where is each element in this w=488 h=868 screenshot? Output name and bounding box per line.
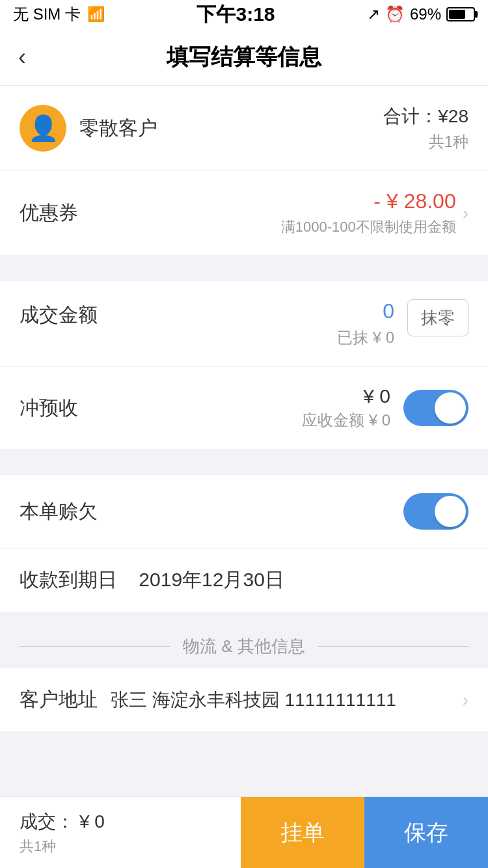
avatar: 👤 <box>20 105 66 152</box>
logistics-line-right <box>318 646 468 647</box>
logistics-section-header: 物流 & 其他信息 <box>0 625 488 668</box>
location-icon: ↗ <box>367 5 380 23</box>
status-bar: 无 SIM 卡 📶 下午3:18 ↗ ⏰ 69% <box>0 0 488 29</box>
debt-toggle-knob <box>435 496 466 527</box>
battery-fill <box>449 10 465 19</box>
bottom-deal-label: 成交： <box>20 809 74 834</box>
precollect-main-amount: ¥ 0 <box>302 385 390 407</box>
content: 👤 零散客户 合计：¥28 共1种 优惠券 - ¥ 28.00 满1000-10… <box>0 86 488 822</box>
alarm-icon: ⏰ <box>385 5 405 23</box>
coupon-label: 优惠券 <box>20 200 78 226</box>
status-right: ↗ ⏰ 69% <box>367 5 475 23</box>
coupon-chevron-icon: › <box>463 203 468 224</box>
carrier-label: 无 SIM 卡 <box>13 4 81 25</box>
total-amount: 合计：¥28 <box>383 104 468 129</box>
battery-icon <box>446 7 475 21</box>
logistics-title: 物流 & 其他信息 <box>183 635 305 658</box>
bottom-summary: 成交： ¥ 0 共1种 <box>0 809 241 856</box>
amount-input-area: 0 已抹 ¥ 0 <box>337 299 394 348</box>
bottom-deal-amount: ¥ 0 <box>79 811 105 832</box>
precollect-amounts: ¥ 0 应收金额 ¥ 0 <box>302 385 390 431</box>
due-date-value: 2019年12月30日 <box>139 569 284 590</box>
back-button[interactable]: ‹ <box>18 44 26 71</box>
coupon-desc: 满1000-100不限制使用金额 <box>281 217 456 237</box>
avatar-icon: 👤 <box>28 114 59 142</box>
transaction-label: 成交金额 <box>20 299 98 329</box>
transaction-right: 0 已抹 ¥ 0 抹零 <box>337 299 468 348</box>
logistics-header-line: 物流 & 其他信息 <box>20 635 468 658</box>
hold-button[interactable]: 挂单 <box>241 797 364 869</box>
logistics-line-left <box>20 646 170 647</box>
customer-right: 合计：¥28 共1种 <box>383 104 468 152</box>
bottom-count: 共1种 <box>20 837 221 856</box>
address-label: 客户地址 <box>20 686 98 713</box>
wifi-icon: 📶 <box>87 6 105 23</box>
bottom-bar: 成交： ¥ 0 共1种 挂单 保存 <box>0 796 488 868</box>
precollect-toggle[interactable] <box>403 390 468 426</box>
transaction-amount[interactable]: 0 <box>337 299 394 323</box>
customer-row: 👤 零散客户 合计：¥28 共1种 <box>0 86 488 170</box>
transaction-section: 成交金额 0 已抹 ¥ 0 抹零 冲预收 ¥ 0 应收金额 ¥ 0 <box>0 281 488 449</box>
precollect-row: 冲预收 ¥ 0 应收金额 ¥ 0 <box>0 366 488 449</box>
toggle-knob <box>435 392 466 424</box>
address-value: 张三 海淀永丰科技园 11111111111 <box>111 688 463 712</box>
address-chevron-icon: › <box>463 690 468 711</box>
divider-2 <box>0 462 488 475</box>
debt-row: 本单赊欠 <box>0 475 488 548</box>
precollect-right: ¥ 0 应收金额 ¥ 0 <box>302 385 468 431</box>
precollect-label: 冲预收 <box>20 395 78 422</box>
customer-section: 👤 零散客户 合计：¥28 共1种 优惠券 - ¥ 28.00 满1000-10… <box>0 86 488 255</box>
battery-label: 69% <box>410 5 441 23</box>
coupon-value: - ¥ 28.00 <box>281 189 456 213</box>
customer-name: 零散客户 <box>79 115 157 142</box>
debt-toggle[interactable] <box>403 493 468 530</box>
nav-bar: ‹ 填写结算等信息 <box>0 29 488 86</box>
round-button[interactable]: 抹零 <box>407 299 468 336</box>
bottom-deal-row: 成交： ¥ 0 <box>20 809 221 834</box>
customer-left: 👤 零散客户 <box>20 105 157 152</box>
address-row[interactable]: 客户地址 张三 海淀永丰科技园 11111111111 › <box>0 668 488 731</box>
page-title: 填写结算等信息 <box>167 42 321 72</box>
coupon-right: - ¥ 28.00 满1000-100不限制使用金额 <box>281 189 456 237</box>
address-section: 客户地址 张三 海淀永丰科技园 11111111111 › <box>0 668 488 731</box>
due-date-label: 收款到期日 2019年12月30日 <box>20 569 284 590</box>
status-time: 下午3:18 <box>197 1 275 28</box>
transaction-row: 成交金额 0 已抹 ¥ 0 抹零 <box>0 281 488 366</box>
divider-1 <box>0 268 488 281</box>
total-count: 共1种 <box>383 131 468 152</box>
save-button[interactable]: 保存 <box>364 797 488 869</box>
precollect-sub-amount: 应收金额 ¥ 0 <box>302 410 390 431</box>
transaction-sub: 已抹 ¥ 0 <box>337 327 394 348</box>
coupon-row[interactable]: 优惠券 - ¥ 28.00 满1000-100不限制使用金额 › <box>0 170 488 255</box>
status-left: 无 SIM 卡 📶 <box>13 4 105 25</box>
debt-label: 本单赊欠 <box>20 498 98 525</box>
debt-section: 本单赊欠 收款到期日 2019年12月30日 <box>0 475 488 612</box>
due-date-row: 收款到期日 2019年12月30日 <box>0 548 488 612</box>
